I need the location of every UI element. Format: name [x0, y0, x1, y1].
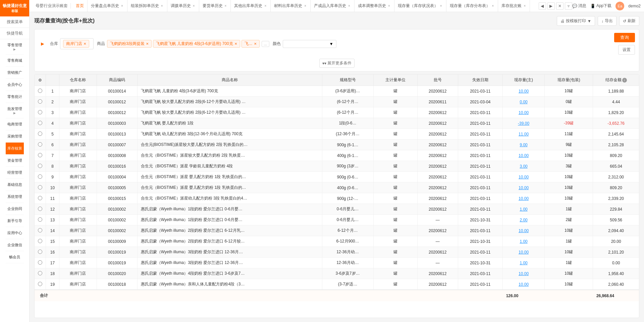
sidebar-item-vip[interactable]: 畅会员	[6, 251, 24, 263]
tab-close-product-in-history[interactable]: ×	[347, 3, 351, 8]
cell-stock-main[interactable]: 10.00	[503, 247, 545, 258]
sidebar-item-finance[interactable]: 资金管理	[6, 155, 24, 167]
tab-close-all-btn[interactable]: ✕	[556, 2, 564, 10]
table-scroll[interactable]: ⚙ 仓库名称 商品编码 商品名称 规格型号 主计量单位 批号 失效日期 现存量(…	[35, 74, 639, 318]
tab-prev-btn[interactable]: ◀	[539, 2, 546, 10]
tab-home[interactable]: 首页	[72, 0, 88, 12]
product-tag-close-0[interactable]: ✕	[146, 42, 149, 46]
sidebar-item-member[interactable]: 会员中心	[6, 79, 24, 91]
filter-expand-arrow[interactable]: ►	[39, 40, 47, 48]
cell-stock-main[interactable]: 1.00	[503, 204, 545, 215]
sidebar-item-purchase[interactable]: 采购管理	[6, 130, 24, 143]
balance-info-icon[interactable]: i	[622, 78, 627, 83]
cell-stock-main[interactable]: 10.00	[503, 279, 545, 290]
topbar-app-download[interactable]: 📱 App下载	[590, 3, 611, 9]
cell-stock-main[interactable]: 1.00	[503, 258, 545, 268]
sidebar-item-retail[interactable]: 零售管理▶	[6, 39, 24, 55]
row-radio-1[interactable]	[38, 99, 42, 104]
product-tag-close-1[interactable]: ✕	[234, 42, 237, 46]
tab-close-cost-adjust-history[interactable]: ×	[387, 3, 391, 8]
print-button[interactable]: 🖨 按模板打印 ▼	[557, 16, 595, 26]
row-radio-13[interactable]	[38, 228, 42, 232]
row-radio-7[interactable]	[38, 164, 42, 168]
sidebar-item-enterprise-wechat[interactable]: 企业微信	[6, 239, 24, 251]
cell-stock-main[interactable]: 10.00	[503, 225, 545, 236]
cell-stock-main[interactable]: 1.00	[503, 236, 545, 247]
row-radio-12[interactable]	[38, 217, 42, 222]
sidebar-item-wholesale[interactable]: 批发管理▶	[6, 103, 24, 118]
sidebar-item-new-guide[interactable]: 新手引导	[6, 215, 24, 227]
cell-stock-main[interactable]: 11.00	[503, 129, 545, 140]
tab-pick-history[interactable]: 调拨单历史×	[167, 0, 199, 12]
tab-product-in-history[interactable]: 产成品入库单历史×	[311, 0, 355, 12]
tab-expand-btn[interactable]: ▿	[565, 2, 572, 10]
row-radio-5[interactable]	[38, 142, 42, 147]
logo[interactable]: 畅捷通好生意 标版	[0, 0, 29, 16]
sidebar-item-marketing[interactable]: 营销推广	[6, 67, 24, 79]
row-radio-4[interactable]	[38, 131, 42, 136]
col-header-settings[interactable]: ⚙	[35, 74, 46, 86]
tab-next-btn[interactable]: ▶	[547, 2, 555, 10]
row-radio-11[interactable]	[38, 207, 42, 211]
cell-stock-main[interactable]: -39.00	[503, 118, 545, 129]
tab-close-material-out-history[interactable]: ×	[304, 3, 307, 8]
cell-stock-main[interactable]: 10.00	[503, 193, 545, 204]
tab-close-stock-dist[interactable]: ×	[491, 3, 495, 8]
row-radio-0[interactable]	[38, 89, 42, 93]
tab-split-inventory-history[interactable]: 分量盘点单历史×	[88, 0, 127, 12]
row-radio-8[interactable]	[38, 174, 42, 179]
row-radio-2[interactable]	[38, 110, 42, 114]
row-radio-10[interactable]	[38, 196, 42, 200]
tab-close-requisition-history[interactable]: ×	[224, 3, 227, 8]
sidebar-item-base-info[interactable]: 基础信息	[6, 179, 24, 191]
topbar-message[interactable]: 💬 消息	[572, 3, 586, 9]
sidebar-item-search[interactable]: 搜索菜单	[0, 16, 29, 28]
row-radio-9[interactable]	[38, 185, 42, 190]
row-radio-6[interactable]	[38, 153, 42, 157]
cell-stock-main[interactable]: 9.00	[503, 140, 545, 150]
tab-close-stock-status[interactable]: ×	[439, 3, 443, 8]
sidebar-item-inventory[interactable]: 库存核算	[6, 143, 24, 155]
filter-more-btn[interactable]: ...	[262, 41, 269, 47]
cell-stock-main[interactable]: 10.00	[503, 268, 545, 279]
sidebar-item-system[interactable]: 系统管理	[6, 191, 24, 203]
username-label[interactable]: demo2	[628, 4, 641, 8]
sidebar-item-quick-nav[interactable]: 快捷导航	[0, 28, 29, 39]
expand-conditions-btn[interactable]: ▾▾ 展开更多条件	[319, 59, 355, 68]
tab-stock-dist[interactable]: 现存量（库存分布表）×	[446, 0, 498, 12]
warehouse-select[interactable]: 南岸门店 ✕	[60, 38, 94, 49]
tab-material-out-history[interactable]: 材料出库单历史×	[271, 0, 311, 12]
row-radio-17[interactable]	[38, 271, 42, 275]
cell-stock-main[interactable]: 3.00	[503, 161, 545, 172]
cell-stock-main[interactable]: 10.00	[503, 86, 545, 97]
row-radio-18[interactable]	[38, 282, 42, 286]
tab-requisition-history[interactable]: 要货单历史×	[199, 0, 231, 12]
cell-stock-main[interactable]: 10.00	[503, 107, 545, 118]
row-radio-3[interactable]	[38, 121, 42, 125]
warehouse-tag-close[interactable]: ✕	[84, 42, 86, 46]
cell-stock-main[interactable]: 0.00	[503, 97, 545, 107]
cell-stock-main[interactable]: 10.00	[503, 172, 545, 182]
color-select[interactable]: ▼	[283, 40, 336, 48]
sidebar-item-enterprise[interactable]: 企业协同	[6, 203, 24, 215]
cell-stock-main[interactable]: 10.00	[503, 182, 545, 193]
tab-close-batch-voucher[interactable]: ×	[523, 3, 526, 8]
sidebar-item-retail-mall[interactable]: 零售商城	[6, 55, 24, 67]
query-button[interactable]: 查询	[614, 33, 635, 42]
tab-close-pick-history[interactable]: ×	[192, 3, 196, 8]
user-avatar[interactable]: Ea	[615, 2, 624, 10]
tab-disassembly-history[interactable]: 组装拆卸单历史×	[127, 0, 167, 12]
cell-stock-main[interactable]: 2.00	[503, 215, 545, 225]
tab-batch-voucher[interactable]: 库存批次账×	[498, 0, 530, 12]
refresh-button[interactable]: ↺ 刷新	[619, 16, 639, 26]
row-radio-14[interactable]	[38, 239, 42, 243]
tab-close-split-inventory-history[interactable]: ×	[120, 3, 124, 8]
setting-button[interactable]: 设置	[618, 45, 635, 55]
row-radio-16[interactable]	[38, 260, 42, 265]
export-button[interactable]: ↓ 导出	[598, 16, 616, 26]
tab-close-other-out-history[interactable]: ×	[264, 3, 267, 8]
cell-stock-main[interactable]: 10.00	[503, 150, 545, 161]
sidebar-item-ecommerce[interactable]: 电商管理	[6, 118, 24, 130]
sidebar-item-retail-stats[interactable]: 零售统计	[6, 91, 24, 103]
tab-close-disassembly-history[interactable]: ×	[160, 3, 164, 8]
